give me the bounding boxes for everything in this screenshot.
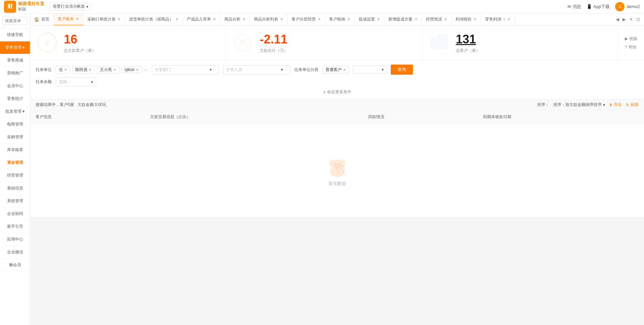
close-icon[interactable]: ✕ (415, 17, 418, 22)
tab-prev-arrow[interactable]: ◀ (614, 16, 620, 23)
sidebar-search-area (0, 13, 30, 29)
result-bar-right: 排序： 排序：按欠款金额倒序排序 ▾ ⬆ 导出 ↻ 刷新 (537, 102, 639, 108)
help-area: ▶ 视频 ? 帮助 (618, 26, 644, 60)
close-icon[interactable]: ✕ (318, 17, 321, 22)
tab-home[interactable]: 🏠 首页 (30, 13, 54, 26)
clear-dept-btn[interactable]: ··· (213, 68, 216, 72)
tab-cost-inbound[interactable]: 产成品入库单 ✕ (183, 13, 220, 26)
col-credit-info: 欠款交易信息（占比） (145, 111, 363, 123)
tab-purchase-order[interactable]: 采购订单统计表 ✕ (83, 13, 125, 26)
chevron-down-icon: ▾ (210, 67, 212, 72)
tab-biz-status[interactable]: 经营情况 ✕ (422, 13, 452, 26)
sidebar-item-wholesale-mgmt[interactable]: 批发管理 ▾ (0, 105, 30, 118)
search-input[interactable] (3, 17, 27, 25)
sidebar-item-ecommerce-mgmt[interactable]: 电商管理 (0, 118, 30, 131)
empty-icon (324, 154, 351, 181)
unit-class-dropdown[interactable]: ▾ (353, 66, 387, 74)
tab-expand[interactable]: ⊡ (635, 16, 641, 23)
sidebar-item-purchase-mgmt[interactable]: 采购管理 (0, 131, 30, 144)
remove-wang-btn[interactable]: ✕ (113, 68, 116, 72)
sidebar-item-retail-stats[interactable]: 零售统计 (0, 93, 30, 105)
sidebar-item-new-guide[interactable]: 新手引导 (0, 220, 30, 233)
remove-normal-customer-btn[interactable]: ✕ (343, 68, 346, 72)
close-icon[interactable]: ✕ (213, 17, 216, 22)
stat-label-credit-amount: 欠款合计（万） (236, 48, 412, 53)
sidebar-item-retail-mall[interactable]: 零售商城 (0, 54, 30, 67)
content-area: 🏠 首页 客户账本 ✕ 采购订单统计表 ✕ 进货单统计表（按商品） ✕ 产成品入… (30, 13, 644, 325)
balance-select[interactable]: 选择... ▾ (56, 77, 96, 86)
export-icon: ⬆ (609, 103, 612, 107)
account-dropdown[interactable]: 母婴行业演示帐套 ▾ (50, 3, 91, 10)
close-icon[interactable]: ✕ (280, 17, 283, 22)
chevron-down-icon: ▾ (86, 4, 88, 9)
message-btn[interactable]: ✉ 消息 (567, 4, 581, 10)
video-btn[interactable]: ▶ 视频 (625, 36, 637, 42)
tab-retail-profit[interactable]: 零售利润（ ✕ (481, 13, 515, 26)
tab-close-all[interactable]: ✕ (628, 16, 634, 23)
tab-goods-analysis[interactable]: 商品分析 ✕ (220, 13, 250, 26)
user-area[interactable]: d demo2 (615, 2, 640, 11)
app-download-btn[interactable]: 📱 App下载 (587, 4, 610, 10)
tab-customer-book[interactable]: 客户账本 ✕ (54, 13, 83, 26)
remove-cjttcw-btn[interactable]: ✕ (136, 68, 139, 72)
sidebar-item-marketing[interactable]: 营销推广 (0, 67, 30, 80)
sidebar-item-basic-info[interactable]: 基础信息 (0, 182, 30, 195)
close-icon[interactable]: ✕ (474, 17, 477, 22)
data-table: 客户信息 欠款交易信息（占比） 回款情况 到期未收款日期 (30, 111, 644, 217)
remove-wu-btn[interactable]: ✕ (64, 68, 67, 72)
tab-raise-settings[interactable]: 提成设置 ✕ (355, 13, 384, 26)
close-icon[interactable]: ✕ (377, 17, 380, 22)
close-icon[interactable]: ✕ (347, 17, 350, 22)
close-icon[interactable]: ✕ (76, 17, 79, 21)
sidebar-item-fund-mgmt[interactable]: 资金管理 (0, 156, 30, 169)
svg-rect-3 (431, 37, 437, 49)
close-icon[interactable]: ✕ (243, 17, 246, 22)
export-btn[interactable]: ⬆ 导出 (609, 102, 622, 108)
refresh-btn[interactable]: ↻ 刷新 (626, 102, 639, 108)
home-icon: 🏠 (34, 17, 39, 22)
close-icon[interactable]: ✕ (118, 17, 121, 22)
clear-person-btn[interactable]: ··· (284, 68, 287, 72)
dept-select[interactable]: 分管部门 ▾ ··· (152, 65, 219, 74)
sidebar-item-sys-mgmt[interactable]: 系统管理 (0, 195, 30, 208)
sort-dropdown[interactable]: 排序：按欠款金额倒序排序 ▾ (553, 102, 605, 108)
sidebar-item-inventory[interactable]: 库存核算 (0, 144, 30, 156)
sidebar-item-wechat-biz[interactable]: 企业微信 (0, 246, 30, 259)
filter-more-btn[interactable]: ··· (144, 67, 148, 72)
tab-add-scheme[interactable]: 新增提成方案 ✕ (384, 13, 422, 26)
close-icon[interactable]: ✕ (507, 17, 510, 22)
result-bar: 搜索结果中，客户0家 欠款金额 0.00元 排序： 排序：按欠款金额倒序排序 ▾… (30, 99, 644, 111)
svg-point-10 (338, 164, 340, 166)
sidebar-item-pro-member[interactable]: 畅会员 (0, 259, 30, 272)
tab-next-arrow[interactable]: ▶ (621, 16, 627, 23)
tab-profit-report[interactable]: 利润报告 ✕ (452, 13, 481, 26)
person-select[interactable]: 分管人员 ▾ ··· (223, 65, 290, 74)
collapse-btn[interactable]: ∧ 收起更多条件 (323, 89, 351, 95)
sidebar-item-quick-nav[interactable]: 快捷导航 (0, 29, 30, 41)
col-customer-info: 客户信息 (30, 111, 145, 123)
tab-bar: 🏠 首页 客户账本 ✕ 采购订单统计表 ✕ 进货单统计表（按商品） ✕ 产成品入… (30, 13, 644, 26)
chevron-down-icon: ▾ (91, 80, 93, 84)
sidebar-item-retail-mgmt[interactable]: 零售管理 ▾ (0, 41, 30, 54)
query-button[interactable]: 查询 (391, 65, 413, 75)
app-icon: 📱 (587, 4, 592, 9)
tab-customer-connect[interactable]: 客户联络 ✕ (325, 13, 355, 26)
sidebar-item-enterprise[interactable]: 企业协同 (0, 208, 30, 220)
sidebar-item-biz-mgmt[interactable]: 经营管理 (0, 169, 30, 182)
tab-customer-tier[interactable]: 客户分层经营 ✕ (288, 13, 325, 26)
svg-text:¥: ¥ (45, 39, 49, 47)
unit-tags: 伍 ✕ 陈民强 ✕ 王小亮 ✕ (56, 66, 148, 74)
sidebar-item-member-center[interactable]: 会员中心 (0, 80, 30, 93)
balance-filter-label: 往来余额 (36, 79, 52, 85)
remove-chen-btn[interactable]: ✕ (89, 68, 92, 72)
close-icon[interactable]: ✕ (444, 17, 447, 22)
empty-text: 暂无数据 (329, 181, 346, 187)
sidebar-item-app-center[interactable]: 应用中心 (0, 233, 30, 246)
close-icon[interactable]: ✕ (175, 17, 178, 22)
help-btn[interactable]: ? 帮助 (625, 44, 637, 50)
tab-inbound-stats[interactable]: 进货单统计表（按商品） ✕ (125, 13, 183, 26)
stat-value-total-customers: 131 (432, 32, 608, 46)
tab-goods-analysis-list[interactable]: 商品分析列表 ✕ (250, 13, 288, 26)
col-repay: 回款情况 (363, 111, 477, 123)
play-icon: ▶ (625, 36, 628, 41)
